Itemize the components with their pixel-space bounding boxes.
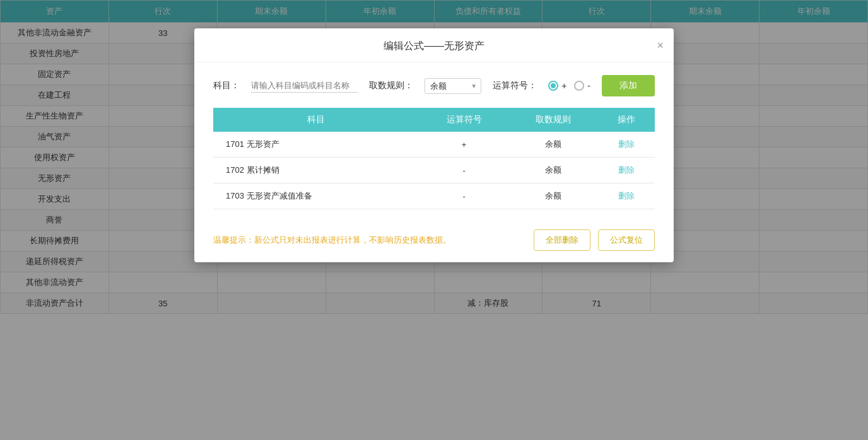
subject-label: 科目： [213,80,240,91]
operator-plus-radio[interactable]: + [548,81,566,91]
table-header-subject: 科目 [213,108,419,132]
operator-label: 运算符号： [493,80,537,91]
delete-row-button[interactable]: 删除 [618,139,635,149]
modal-header: 编辑公式——无形资产 × [194,28,674,62]
modal-overlay: 编辑公式——无形资产 × 科目： 取数规则： 余额 借方发生额 贷方发生额 ▼ … [0,0,868,440]
modal-dialog: 编辑公式——无形资产 × 科目： 取数规则： 余额 借方发生额 贷方发生额 ▼ … [194,28,674,262]
footer-tip: 温馨提示：新公式只对未出报表进行计算，不影响历史报表数据。 [213,234,451,246]
rule-select-wrap: 余额 借方发生额 贷方发生额 ▼ [425,78,481,94]
rule-label: 取数规则： [369,80,413,91]
modal-title: 编辑公式——无形资产 [384,40,484,51]
add-button[interactable]: 添加 [602,75,655,96]
modal-body: 科目： 取数规则： 余额 借方发生额 贷方发生额 ▼ 运算符号： + [194,62,674,221]
operator-minus-radio[interactable]: - [574,81,590,91]
formula-table: 科目 运算符号 取数规则 操作 1701 无形资产+余额删除1702 累计摊销-… [213,108,655,209]
formula-table-row: 1701 无形资产+余额删除 [213,132,655,158]
reset-formula-button[interactable]: 公式复位 [598,229,655,251]
delete-row-button[interactable]: 删除 [618,191,635,200]
form-row: 科目： 取数规则： 余额 借方发生额 贷方发生额 ▼ 运算符号： + [213,75,655,96]
formula-table-row: 1702 累计摊销-余额删除 [213,158,655,183]
formula-table-row: 1703 无形资产减值准备-余额删除 [213,183,655,209]
rule-select[interactable]: 余额 借方发生额 贷方发生额 [425,78,481,94]
table-header-rule: 取数规则 [508,108,597,132]
subject-input[interactable] [251,79,358,93]
delete-row-button[interactable]: 删除 [618,165,635,175]
operator-radio-group: + - [548,81,590,91]
table-header-action: 操作 [598,108,655,132]
delete-all-button[interactable]: 全部删除 [534,229,590,251]
operator-plus-label: + [561,81,566,91]
radio-minus-indicator [574,81,584,91]
radio-plus-indicator [548,81,558,91]
modal-footer: 温馨提示：新公式只对未出报表进行计算，不影响历史报表数据。 全部删除 公式复位 [194,221,674,262]
table-header-operator: 运算符号 [419,108,508,132]
operator-minus-label: - [587,81,590,91]
footer-buttons: 全部删除 公式复位 [534,229,655,251]
modal-close-button[interactable]: × [657,40,664,51]
